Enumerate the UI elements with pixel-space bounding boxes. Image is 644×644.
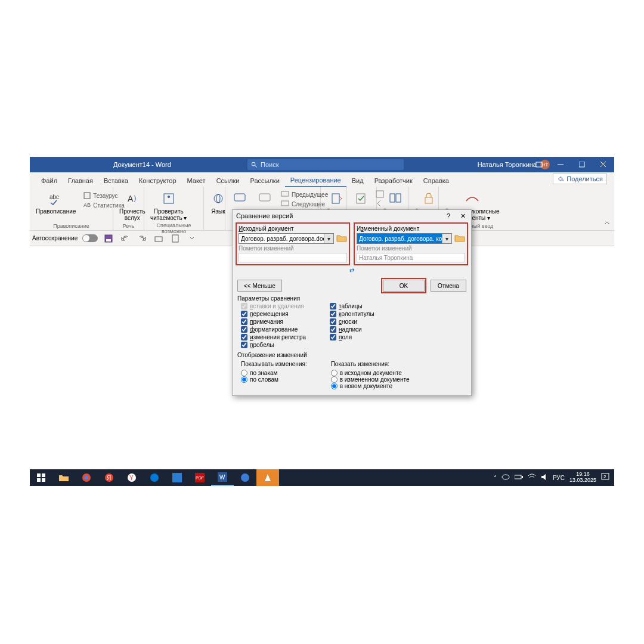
lock-icon [420, 190, 437, 207]
ok-button[interactable]: OK [383, 280, 425, 292]
undo-button[interactable] [119, 234, 131, 243]
accept-button[interactable] [351, 189, 372, 208]
tab-view[interactable]: Вид [346, 175, 369, 187]
compare-option-checkbox[interactable]: перемещения [241, 311, 306, 317]
spelling-button[interactable]: abc Правописание [33, 189, 78, 216]
start-button[interactable] [30, 469, 52, 486]
compare-option-checkbox[interactable]: таблицы [330, 303, 374, 309]
window-controls [528, 157, 614, 172]
compare-versions-dialog: Сравнение версий ? ✕ Исходный документ Д… [232, 209, 472, 396]
dialog-titlebar: Сравнение версий ? ✕ [233, 210, 471, 222]
autosave-toggle[interactable] [82, 234, 98, 242]
taskbar-word[interactable]: W [211, 469, 234, 486]
taskbar-browser-y[interactable]: Y [120, 469, 143, 486]
compare-option-checkbox[interactable]: сноски [330, 318, 374, 325]
tray-clock[interactable]: 19:16 13.03.2025 [569, 472, 596, 484]
notes-field-2[interactable]: Наталья Торопкина [357, 253, 465, 262]
svg-rect-8 [84, 193, 90, 199]
tray-notifications-icon[interactable]: 2 [601, 473, 609, 482]
svg-text:abc: abc [49, 194, 59, 200]
compare-option-checkbox[interactable]: пробелы [241, 342, 306, 348]
notes-field-1[interactable] [239, 253, 347, 262]
save-button[interactable] [103, 234, 114, 243]
new-comment-button[interactable] [229, 189, 250, 208]
tab-layout[interactable]: Макет [182, 175, 211, 187]
compare-option-checkbox[interactable]: поля [330, 334, 374, 340]
taskbar-explorer[interactable] [52, 469, 75, 486]
ribbon-display-options[interactable] [528, 157, 550, 172]
tab-home[interactable]: Главная [63, 175, 98, 187]
less-button[interactable]: << Меньше [237, 280, 282, 292]
tab-developer[interactable]: Разработчик [369, 175, 418, 187]
svg-rect-27 [155, 237, 162, 242]
minimize-button[interactable] [550, 157, 571, 172]
close-button[interactable] [593, 157, 614, 172]
search-box[interactable]: Поиск [247, 159, 404, 170]
taskbar-chrome[interactable] [75, 469, 98, 486]
delete-comment-icon [256, 190, 273, 207]
taskbar-app-10[interactable] [256, 469, 279, 486]
display-option-radio[interactable]: в измененном документе [331, 376, 410, 383]
tab-design[interactable]: Конструктор [134, 175, 182, 187]
compare-option-checkbox[interactable]: примечания [241, 318, 306, 325]
taskbar-pdf[interactable]: PDF [188, 469, 211, 486]
svg-line-1 [255, 165, 256, 167]
tray-language[interactable]: РУС [553, 475, 565, 481]
swap-documents-button[interactable]: ⇄ [237, 264, 466, 276]
tray-chevron-up-icon[interactable]: ˄ [494, 475, 497, 481]
group-accessibility: Специальные возможно [148, 222, 200, 236]
tab-insert[interactable]: Вставка [98, 175, 134, 187]
tab-references[interactable]: Ссылки [211, 175, 245, 187]
collapse-ribbon-button[interactable] [603, 219, 611, 228]
delete-comment-button[interactable] [254, 189, 275, 208]
svg-rect-19 [332, 194, 339, 203]
tray-wifi-icon[interactable] [528, 473, 536, 482]
svg-point-45 [150, 473, 159, 482]
browse-original-button[interactable] [336, 234, 347, 243]
tray-volume-icon[interactable] [541, 473, 548, 482]
compare-option-checkbox[interactable]: надписи [330, 326, 374, 333]
display-option-radio[interactable]: по словам [241, 376, 307, 383]
compare-option-checkbox[interactable]: изменения регистра [241, 334, 306, 340]
tab-review[interactable]: Рецензирование [285, 174, 346, 187]
taskbar-app-9[interactable] [234, 469, 256, 486]
svg-point-0 [252, 162, 255, 166]
display-option-radio[interactable]: в новом документе [331, 383, 410, 389]
track-icon [328, 190, 345, 207]
maximize-button[interactable] [571, 157, 593, 172]
dialog-help-button[interactable]: ? [441, 210, 456, 221]
svg-rect-20 [357, 194, 365, 203]
display-option-radio[interactable]: по знакам [241, 370, 307, 376]
display-option-radio[interactable]: в исходном документе [331, 370, 410, 376]
taskbar-edge[interactable] [143, 469, 166, 486]
svg-point-14 [216, 194, 220, 203]
taskbar-app-6[interactable] [166, 469, 188, 486]
svg-rect-15 [234, 194, 245, 201]
check-accessibility-button[interactable]: Проверить читаемость ▾ [148, 189, 189, 222]
tab-help[interactable]: Справка [418, 175, 454, 187]
compare-option-checkbox[interactable]: форматирование [241, 326, 306, 333]
group-speech: Речь [117, 223, 140, 230]
stats-icon: ABC [83, 202, 91, 209]
original-document-combo[interactable]: Договор. разраб. договора.docx ▾ [239, 233, 334, 244]
document-title: Документ14 - Word [113, 161, 171, 168]
svg-point-13 [214, 194, 222, 203]
tray-battery-icon[interactable] [515, 474, 523, 481]
browse-revised-button[interactable] [454, 234, 465, 243]
compare-option-checkbox[interactable]: колонтитулы [330, 311, 374, 317]
cancel-button[interactable]: Отмена [431, 280, 466, 292]
tab-mailings[interactable]: Рассылки [244, 175, 284, 187]
read-aloud-button[interactable]: AПрочесть вслух [117, 189, 148, 222]
search-icon [251, 162, 258, 168]
svg-rect-18 [281, 201, 289, 206]
autosave-label: Автосохранение [32, 235, 78, 242]
tab-file[interactable]: Файл [36, 175, 63, 187]
taskbar-yandex[interactable]: Я [98, 469, 120, 486]
tray-onedrive-icon[interactable] [501, 474, 510, 481]
redo-button[interactable] [136, 234, 148, 243]
revised-document-combo[interactable]: Договор. разраб. договора. корр ▾ [357, 233, 452, 244]
dialog-close-button[interactable]: ✕ [456, 210, 470, 221]
next-icon [281, 200, 289, 208]
show-in-label: Показать изменения: [331, 361, 410, 367]
share-button[interactable]: Поделиться [553, 174, 607, 184]
